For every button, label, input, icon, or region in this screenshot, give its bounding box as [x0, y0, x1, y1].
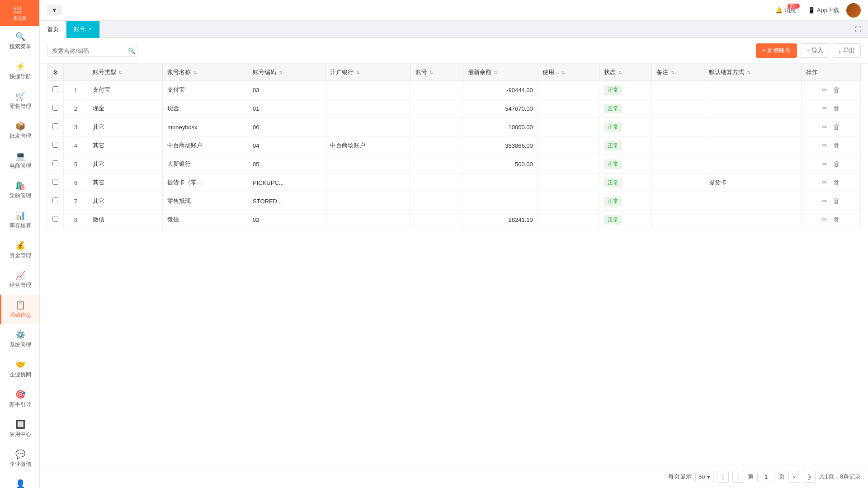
cell-name: 现金	[163, 99, 248, 118]
th-name[interactable]: 账号名称 ⇅	[163, 64, 248, 81]
sidebar-item-purchase[interactable]: 🛍️ 采购管理	[0, 175, 39, 205]
edit-button[interactable]: ✏	[820, 85, 830, 95]
edit-button[interactable]: ✏	[820, 178, 830, 188]
tab-account[interactable]: 账号 ✕	[66, 21, 100, 38]
sidebar-item-search[interactable]: 🔍 搜索菜单	[0, 26, 39, 56]
import-button[interactable]: ↑ 导入	[801, 43, 829, 58]
message-button[interactable]: 🔔 消息 99+	[775, 6, 796, 14]
delete-button[interactable]: 🗑	[831, 196, 842, 206]
next-page-button[interactable]: ›	[788, 471, 800, 483]
cell-num: 4	[64, 136, 88, 155]
sidebar-item-guide[interactable]: 🎯 新手引导	[0, 384, 39, 414]
sidebar-item-operations[interactable]: 📈 经营管理	[0, 265, 39, 295]
cell-checkbox[interactable]	[47, 155, 64, 174]
row-checkbox[interactable]	[52, 179, 58, 185]
edit-button[interactable]: ✏	[820, 141, 830, 150]
cell-checkbox[interactable]	[47, 99, 64, 118]
cell-status: 正常	[599, 174, 652, 192]
cell-bank: 中百商场账户	[325, 136, 410, 155]
edit-button[interactable]: ✏	[820, 196, 830, 206]
prev-page-button[interactable]: ‹	[732, 471, 744, 483]
export-label: 导出	[843, 47, 855, 55]
cell-bank	[325, 81, 410, 99]
svg-text:好生意: 好生意	[13, 10, 21, 14]
first-page-button[interactable]: ⟪	[717, 471, 729, 483]
cell-code: 03	[248, 81, 326, 99]
row-checkbox[interactable]	[52, 160, 58, 166]
th-bank[interactable]: 开户银行 ⇅	[325, 64, 410, 81]
page-size-select[interactable]: 50 ▾	[695, 472, 713, 482]
cell-default-settle	[704, 99, 802, 118]
delete-button[interactable]: 🗑	[831, 215, 842, 224]
sidebar-item-retail[interactable]: 🛒 零售管理	[0, 86, 39, 116]
search-input[interactable]	[52, 47, 128, 54]
sidebar-item-wholesale[interactable]: 📦 批发管理	[0, 116, 39, 145]
delete-button[interactable]: 🗑	[831, 141, 842, 150]
cell-checkbox[interactable]	[47, 118, 64, 136]
row-checkbox[interactable]	[52, 216, 58, 222]
edit-button[interactable]: ✏	[820, 215, 830, 225]
sidebar-item-member[interactable]: 👤 畅会员	[0, 474, 39, 488]
phone-icon: 📱	[808, 7, 815, 14]
sidebar-item-ecommerce[interactable]: 💻 电商管理	[0, 145, 39, 175]
tab-maximize-button[interactable]: ⛶	[852, 23, 864, 36]
sidebar-item-basic[interactable]: 📋 基础信息	[0, 295, 39, 324]
add-account-button[interactable]: + 新增账号	[756, 43, 797, 58]
th-status[interactable]: 状态 ⇅	[599, 64, 652, 81]
cell-status: 正常	[599, 192, 652, 211]
sidebar-item-enterprise[interactable]: 🤝 企业协同	[0, 354, 39, 384]
edit-button[interactable]: ✏	[820, 122, 830, 132]
th-gear[interactable]: ⚙	[47, 64, 64, 81]
delete-button[interactable]: 🗑	[831, 103, 842, 113]
th-code[interactable]: 账号编码 ⇅	[248, 64, 326, 81]
sidebar-item-inventory[interactable]: 📊 库存核算	[0, 205, 39, 235]
operations-nav-icon: 📈	[15, 270, 25, 280]
org-dropdown[interactable]: ▼	[47, 5, 62, 15]
row-checkbox[interactable]	[52, 142, 58, 148]
edit-button[interactable]: ✏	[820, 103, 830, 113]
cell-name: 提货卡（零...	[163, 174, 248, 192]
app-download-button[interactable]: 📱 App下载	[808, 6, 839, 14]
tab-close-icon[interactable]: ✕	[88, 26, 92, 32]
th-balance[interactable]: 最新余额 ⇅	[463, 64, 538, 81]
cell-usage	[538, 118, 599, 136]
row-checkbox[interactable]	[52, 197, 58, 203]
page-number-input[interactable]	[757, 472, 775, 482]
th-type[interactable]: 账号类型 ⇅	[88, 64, 162, 81]
row-checkbox[interactable]	[52, 123, 58, 129]
row-checkbox[interactable]	[52, 86, 58, 92]
sidebar: 畅捷通 好生意 乐燕版 🔍 搜索菜单 ⚡ 快捷导航 🛒 零售管理 📦 批发管理 …	[0, 0, 40, 488]
sidebar-item-finance[interactable]: 💰 资金管理	[0, 235, 39, 265]
row-checkbox[interactable]	[52, 105, 58, 111]
cell-checkbox[interactable]	[47, 136, 64, 155]
retail-nav-icon: 🛒	[15, 91, 25, 101]
cell-default-settle	[704, 81, 802, 99]
sidebar-item-wechat[interactable]: 💬 企业微信	[0, 444, 39, 474]
delete-button[interactable]: 🗑	[831, 85, 842, 94]
sidebar-item-quick[interactable]: ⚡ 快捷导航	[0, 56, 39, 86]
table-row: 4 其它 中百商场账户 04 中百商场账户 383866.00 正常 ✏ 🗑	[47, 136, 861, 155]
last-page-button[interactable]: ⟫	[804, 471, 816, 483]
delete-button[interactable]: 🗑	[831, 159, 842, 169]
cell-status: 正常	[599, 211, 652, 229]
cell-checkbox[interactable]	[47, 174, 64, 192]
quick-nav-icon: ⚡	[15, 61, 25, 71]
cell-checkbox[interactable]	[47, 81, 64, 99]
export-button[interactable]: ↓ 导出	[833, 43, 861, 58]
search-box[interactable]: 🔍	[47, 45, 137, 57]
th-usage[interactable]: 使用... ⇅	[538, 64, 599, 81]
edit-button[interactable]: ✏	[820, 159, 830, 169]
th-remark[interactable]: 备注 ⇅	[652, 64, 704, 81]
user-avatar[interactable]	[846, 3, 861, 18]
th-account[interactable]: 账号 ⇅	[410, 64, 463, 81]
tab-home[interactable]: 首页	[40, 21, 66, 38]
tab-minimize-button[interactable]: —	[837, 23, 850, 36]
sidebar-item-system[interactable]: ⚙️ 系统管理	[0, 324, 39, 354]
th-default-settle[interactable]: 默认结算方式 ⇅	[704, 64, 802, 81]
cell-remark	[652, 192, 704, 211]
delete-button[interactable]: 🗑	[831, 122, 842, 131]
cell-checkbox[interactable]	[47, 192, 64, 211]
sidebar-item-appcenter[interactable]: 🔲 应用中心	[0, 414, 39, 444]
delete-button[interactable]: 🗑	[831, 178, 842, 187]
cell-checkbox[interactable]	[47, 211, 64, 229]
